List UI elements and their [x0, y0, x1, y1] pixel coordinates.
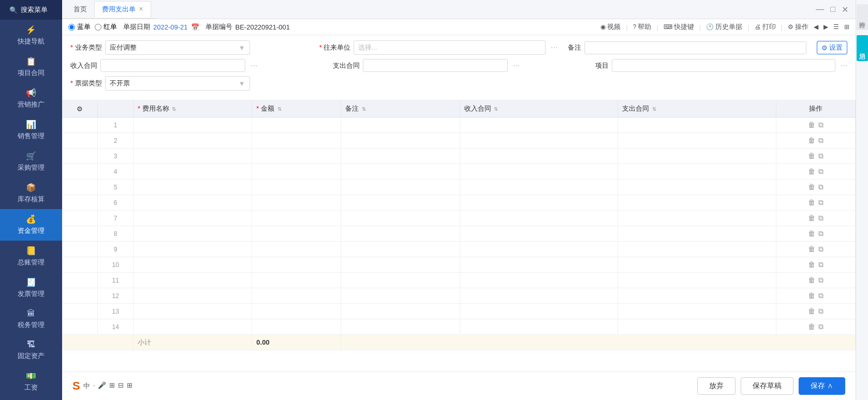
- cell-expense-1[interactable]: [618, 117, 776, 133]
- print-btn[interactable]: 🖨 打印: [755, 22, 776, 32]
- cell-income-11[interactable]: [460, 273, 618, 288]
- delete-row-3-btn[interactable]: 🗑: [808, 152, 815, 160]
- cell-expense-10[interactable]: [618, 257, 776, 273]
- cell-expense-3[interactable]: [618, 149, 776, 164]
- cell-amount-13[interactable]: [252, 304, 341, 319]
- cell-expense-14[interactable]: [618, 319, 776, 335]
- cell-expense-13[interactable]: [618, 304, 776, 319]
- sidebar-item-funds[interactable]: 💰 资金管理: [0, 209, 62, 241]
- sort-income-icon[interactable]: ⇅: [494, 106, 498, 112]
- cell-expense-5[interactable]: [618, 180, 776, 195]
- partner-more-btn[interactable]: ···: [551, 43, 557, 52]
- delete-row-8-btn[interactable]: 🗑: [808, 229, 815, 238]
- calendar-icon[interactable]: 📅: [191, 23, 199, 31]
- sidebar-search[interactable]: 🔍 搜索菜单: [0, 0, 62, 20]
- income-contract-more-btn[interactable]: ···: [251, 61, 257, 70]
- cell-expense-9[interactable]: [618, 242, 776, 257]
- tab-home[interactable]: 首页: [66, 2, 94, 17]
- delete-row-9-btn[interactable]: 🗑: [808, 245, 815, 254]
- cell-income-4[interactable]: [460, 164, 618, 180]
- cell-income-12[interactable]: [460, 288, 618, 304]
- cell-name-5[interactable]: [134, 180, 252, 195]
- copy-row-2-btn[interactable]: ⧉: [818, 136, 823, 145]
- cell-income-14[interactable]: [460, 319, 618, 335]
- project-input[interactable]: [612, 59, 835, 72]
- cell-name-12[interactable]: [134, 288, 252, 304]
- cell-note-14[interactable]: [341, 319, 460, 335]
- sidebar-item-ledger[interactable]: 📒 总账管理: [0, 241, 62, 272]
- cell-note-3[interactable]: [341, 149, 460, 164]
- remark-input[interactable]: [584, 41, 806, 54]
- view-grid-btn[interactable]: ⊞: [844, 23, 849, 31]
- cell-expense-6[interactable]: [618, 195, 776, 211]
- cell-income-10[interactable]: [460, 257, 618, 273]
- cell-income-1[interactable]: [460, 117, 618, 133]
- copy-row-5-btn[interactable]: ⧉: [818, 183, 823, 191]
- cell-amount-11[interactable]: [252, 273, 341, 288]
- cell-income-7[interactable]: [460, 211, 618, 226]
- cell-expense-4[interactable]: [618, 164, 776, 180]
- video-btn[interactable]: ◉ 视频: [600, 22, 621, 32]
- sort-amount-icon[interactable]: ⇅: [277, 106, 282, 112]
- delete-row-11-btn[interactable]: 🗑: [808, 276, 815, 285]
- maximize-button[interactable]: □: [828, 3, 837, 16]
- nav-left-btn[interactable]: ◀: [814, 23, 818, 31]
- cell-amount-8[interactable]: [252, 226, 341, 242]
- tab-close-expense[interactable]: ✕: [139, 6, 143, 12]
- delete-row-10-btn[interactable]: 🗑: [808, 260, 815, 269]
- sidebar-item-payroll[interactable]: 💵 工资: [0, 366, 62, 397]
- copy-row-13-btn[interactable]: ⧉: [818, 307, 823, 316]
- partner-input[interactable]: 选择...: [354, 40, 546, 55]
- invoice-type-select[interactable]: 不开票 ▼: [105, 76, 250, 91]
- sidebar-item-project-contract[interactable]: 📋 项目合同: [0, 51, 62, 83]
- cell-note-11[interactable]: [341, 273, 460, 288]
- sidebar-item-tax[interactable]: 🏛 税务管理: [0, 304, 62, 335]
- view-list-btn[interactable]: ☰: [833, 23, 839, 31]
- cell-expense-8[interactable]: [618, 226, 776, 242]
- sidebar-item-sales[interactable]: 📊 销售管理: [0, 114, 62, 146]
- minimize-button[interactable]: —: [814, 3, 826, 16]
- delete-row-5-btn[interactable]: 🗑: [808, 183, 815, 191]
- red-bill-radio[interactable]: 红单: [95, 22, 117, 32]
- cell-income-8[interactable]: [460, 226, 618, 242]
- save-button[interactable]: 保存 ∧: [799, 377, 845, 395]
- copy-row-12-btn[interactable]: ⧉: [818, 291, 823, 300]
- close-button[interactable]: ✕: [840, 3, 850, 17]
- cell-name-1[interactable]: [134, 117, 252, 133]
- cell-amount-14[interactable]: [252, 319, 341, 335]
- delete-row-4-btn[interactable]: 🗑: [808, 167, 815, 176]
- cell-note-4[interactable]: [341, 164, 460, 180]
- chat-btn[interactable]: 消息: [857, 35, 868, 61]
- cell-note-1[interactable]: [341, 117, 460, 133]
- attachment-btn[interactable]: 附件: [857, 4, 868, 30]
- business-type-select[interactable]: 应付调整 ▼: [105, 40, 250, 55]
- delete-row-14-btn[interactable]: 🗑: [808, 322, 815, 331]
- sort-name-icon[interactable]: ⇅: [172, 106, 176, 112]
- delete-row-2-btn[interactable]: 🗑: [808, 136, 815, 145]
- discard-button[interactable]: 放弃: [697, 377, 735, 395]
- sidebar-item-inventory[interactable]: 📦 库存核算: [0, 177, 62, 209]
- blue-bill-radio[interactable]: 蓝单: [68, 22, 91, 32]
- cell-name-14[interactable]: [134, 319, 252, 335]
- copy-row-9-btn[interactable]: ⧉: [818, 245, 823, 254]
- tab-expense[interactable]: 费用支出单✕: [94, 1, 151, 18]
- copy-row-11-btn[interactable]: ⧉: [818, 276, 823, 285]
- expense-contract-input[interactable]: [363, 59, 508, 72]
- cell-name-7[interactable]: [134, 211, 252, 226]
- sidebar-item-purchase[interactable]: 🛒 采购管理: [0, 146, 62, 177]
- delete-row-6-btn[interactable]: 🗑: [808, 198, 815, 207]
- expense-contract-more-btn[interactable]: ···: [513, 61, 520, 70]
- nav-right-btn[interactable]: ▶: [823, 23, 828, 31]
- cell-name-10[interactable]: [134, 257, 252, 273]
- copy-row-8-btn[interactable]: ⧉: [818, 229, 823, 238]
- delete-row-12-btn[interactable]: 🗑: [808, 291, 815, 300]
- copy-row-3-btn[interactable]: ⧉: [818, 152, 823, 160]
- project-more-btn[interactable]: ···: [841, 61, 847, 70]
- cell-amount-4[interactable]: [252, 164, 341, 180]
- cell-expense-12[interactable]: [618, 288, 776, 304]
- shortcut-btn[interactable]: ⌨ 快捷键: [664, 22, 694, 32]
- cell-name-2[interactable]: [134, 133, 252, 149]
- cell-income-6[interactable]: [460, 195, 618, 211]
- cell-name-9[interactable]: [134, 242, 252, 257]
- sidebar-item-business[interactable]: 📈 经营管理: [0, 397, 62, 400]
